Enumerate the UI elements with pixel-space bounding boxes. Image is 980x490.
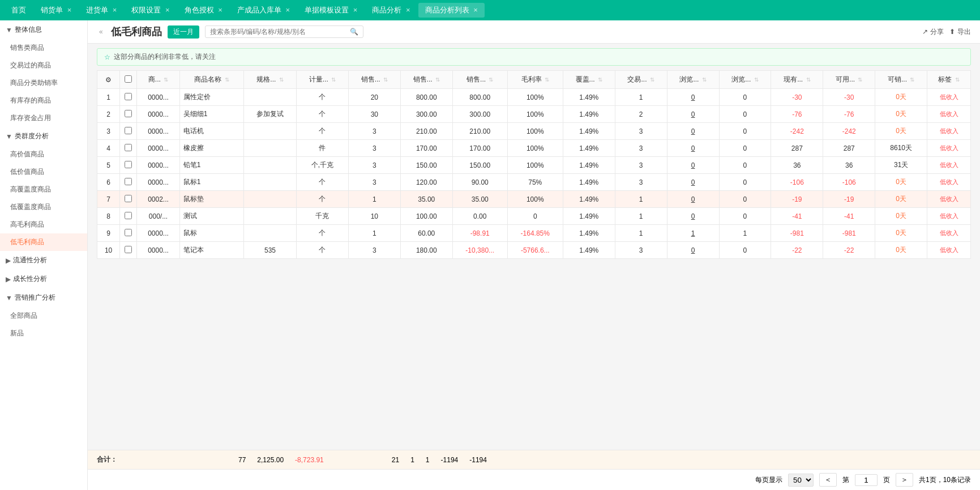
select-all-checkbox[interactable] [125,75,132,83]
sidebar-section-overview[interactable]: ▼ 整体信息 [0,20,87,39]
sidebar-item-new-goods[interactable]: 新品 [0,325,87,342]
cell-check[interactable] [120,123,137,140]
cell-row-num: 1 [97,89,120,106]
nav-item-permission[interactable]: 权限设置 × [125,3,176,18]
sidebar-item-low-coverage[interactable]: 低覆盖度商品 [0,198,87,216]
close-purchase-icon[interactable]: × [113,6,117,14]
cell-view1[interactable]: 0 [667,242,719,259]
col-sales-price[interactable]: 销售... ⇅ [400,71,452,89]
cell-check[interactable] [120,174,137,191]
cell-check[interactable] [120,106,137,123]
col-view2[interactable]: 浏览... ⇅ [719,71,771,89]
sidebar-section-growth[interactable]: ▶ 成长性分析 [0,270,87,288]
prev-page-button[interactable]: ＜ [819,473,837,487]
page-number-input[interactable] [855,474,878,486]
col-unit[interactable]: 计量... ⇅ [296,71,348,89]
nav-item-role[interactable]: 角色授权 × [178,3,229,18]
col-current-stock[interactable]: 现有... ⇅ [771,71,823,89]
row-checkbox[interactable] [125,110,132,117]
collapse-sidebar-button[interactable]: « [97,28,105,36]
cell-view1[interactable]: 0 [667,140,719,157]
search-box[interactable]: 🔍 [205,25,363,38]
cell-view1[interactable]: 0 [667,174,719,191]
row-checkbox[interactable] [125,229,132,236]
row-checkbox[interactable] [125,161,132,168]
sidebar-section-liquidity[interactable]: ▶ 流通性分析 [0,251,87,270]
close-permission-icon[interactable]: × [165,6,170,14]
share-button[interactable]: ↗ 分享 [922,27,944,37]
nav-item-product-entry[interactable]: 产成品入库单 × [230,3,297,18]
nav-item-analysis-list[interactable]: 商品分析列表 × [418,3,485,18]
cell-check[interactable] [120,157,137,174]
col-code[interactable]: 商... ⇅ [137,71,180,89]
row-checkbox[interactable] [125,246,132,253]
cell-view1[interactable]: 0 [667,106,719,123]
cell-view1[interactable]: 0 [667,157,719,174]
close-sales-icon[interactable]: × [67,6,72,14]
row-checkbox[interactable] [125,212,132,219]
export-button[interactable]: ⬆ 导出 [949,27,971,37]
col-sales-qty[interactable]: 销售... ⇅ [348,71,400,89]
col-tag[interactable]: 标签 ⇅ [927,71,971,89]
sidebar-item-low-value[interactable]: 低价值商品 [0,163,87,181]
cell-sales-price: 35.00 [400,191,452,208]
sidebar-item-stock-goods[interactable]: 有库存的商品 [0,92,87,109]
sidebar-item-sales-goods[interactable]: 销售类商品 [0,39,87,57]
cell-check[interactable] [120,208,137,225]
nav-item-template[interactable]: 单据模板设置 × [298,3,364,18]
cell-view1[interactable]: 1 [667,225,719,242]
row-checkbox[interactable] [125,195,132,202]
close-analysis-icon[interactable]: × [406,6,410,14]
table-row: 10 0000... 笔记本 535 个 3 180.00 -10,380...… [97,242,971,259]
col-trade[interactable]: 交易... ⇅ [615,71,667,89]
close-analysis-list-icon[interactable]: × [473,6,478,14]
row-checkbox[interactable] [125,127,132,134]
nav-item-home[interactable]: 首页 [5,3,33,18]
cell-check[interactable] [120,242,137,259]
cell-view1[interactable]: 0 [667,89,719,106]
sidebar-item-all-goods[interactable]: 全部商品 [0,307,87,325]
sidebar-section-marketing[interactable]: ▼ 营销推广分析 [0,288,87,307]
cell-check[interactable] [120,140,137,157]
nav-item-analysis[interactable]: 商品分析 × [365,3,417,18]
sidebar-item-high-value[interactable]: 高价值商品 [0,146,87,163]
col-spec[interactable]: 规格... ⇅ [244,71,297,89]
cell-check[interactable] [120,89,137,106]
nav-item-sales[interactable]: 销货单 × [34,3,78,18]
sidebar-item-category-rate[interactable]: 商品分类助销率 [0,74,87,92]
search-input[interactable] [210,28,350,36]
sidebar-item-low-margin[interactable]: 低毛利商品 [0,233,87,251]
sidebar-item-high-coverage[interactable]: 高覆盖度商品 [0,181,87,198]
close-product-entry-icon[interactable]: × [286,6,290,14]
cell-view1[interactable]: 0 [667,123,719,140]
row-checkbox[interactable] [125,93,132,100]
sidebar-section-cluster[interactable]: ▼ 类群度分析 [0,127,87,146]
date-filter-button[interactable]: 近一月 [168,25,199,39]
cell-view2: 1 [719,225,771,242]
col-sales-profit[interactable]: 销售... ⇅ [452,71,507,89]
col-coverage[interactable]: 覆盖... ⇅ [563,71,615,89]
col-check[interactable] [120,71,137,89]
cell-code: 000/... [137,208,180,225]
cell-check[interactable] [120,191,137,208]
close-role-icon[interactable]: × [218,6,222,14]
per-page-select[interactable]: 50 [788,474,814,487]
sidebar-item-high-margin[interactable]: 高毛利商品 [0,216,87,233]
col-settings[interactable]: ⚙ [97,71,120,89]
sidebar-item-traded-goods[interactable]: 交易过的商品 [0,57,87,74]
row-checkbox[interactable] [125,178,132,185]
next-page-button[interactable]: ＞ [896,473,913,487]
nav-item-purchase[interactable]: 进货单 × [79,3,123,18]
sidebar-item-stock-capital[interactable]: 库存资金占用 [0,109,87,127]
row-checkbox[interactable] [125,144,132,151]
col-name[interactable]: 商品名称 ⇅ [179,71,243,89]
cell-check[interactable] [120,225,137,242]
search-icon[interactable]: 🔍 [350,28,358,36]
close-template-icon[interactable]: × [353,6,358,14]
cell-view1[interactable]: 0 [667,191,719,208]
col-saleable[interactable]: 可销... ⇅ [875,71,927,89]
col-view1[interactable]: 浏览... ⇅ [667,71,719,89]
cell-view1[interactable]: 0 [667,208,719,225]
col-available[interactable]: 可用... ⇅ [823,71,875,89]
col-gross-rate[interactable]: 毛利率 ⇅ [507,71,563,89]
